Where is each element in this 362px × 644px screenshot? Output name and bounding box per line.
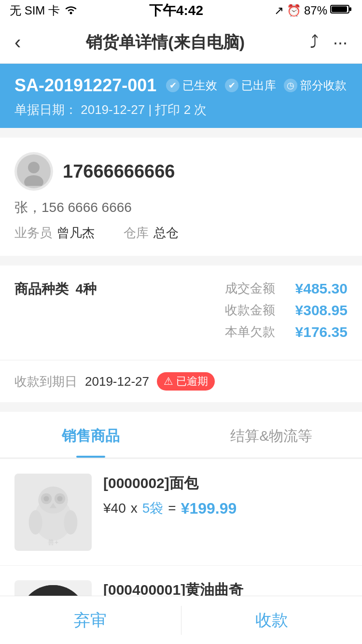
print-count: 2 <box>184 102 191 117</box>
print-suffix: 次 <box>194 102 207 117</box>
warehouse-label: 仓库 <box>124 224 149 241</box>
badge-effective-label: 已生效 <box>182 78 217 93</box>
alarm-icon: ⏰ <box>287 4 301 17</box>
svg-point-11 <box>57 496 62 501</box>
avatar-inner <box>17 154 51 188</box>
amount-value: ¥485.30 <box>285 280 348 297</box>
svg-point-10 <box>43 496 49 501</box>
agent-label: 业务员 <box>14 224 52 241</box>
svg-text:兽+: 兽+ <box>48 538 58 546</box>
amount-label: 成交金额 <box>225 280 275 297</box>
product-types: 商品种类 4种 <box>14 280 97 298</box>
battery-icon <box>330 4 352 17</box>
types-value: 4种 <box>75 281 97 296</box>
sim-status: 无 SIM 卡 <box>10 3 60 18</box>
tab-sales[interactable]: 销售商品 <box>0 412 181 458</box>
product-item: 兽+ [0000002]面包 ¥40 x 5袋 = ¥199.99 <box>0 459 362 566</box>
debt-value: ¥176.35 <box>285 324 348 340</box>
debt-label: 本单欠款 <box>225 323 275 340</box>
status-bar: 无 SIM 卡 下午4:42 ↗ ⏰ 87% <box>0 0 362 21</box>
warehouse-value: 总仓 <box>153 224 179 241</box>
badge-partial: ◷ 部分收款 <box>284 78 347 93</box>
price-total-bread: ¥199.99 <box>181 500 237 518</box>
badge-partial-label: 部分收款 <box>300 78 347 93</box>
summary-left: 商品种类 4种 <box>14 280 97 298</box>
svg-point-0 <box>70 12 72 14</box>
cancel-button[interactable]: 弃审 <box>0 596 181 644</box>
customer-id: 17666666666 <box>63 161 175 182</box>
overdue-label: 已逾期 <box>176 374 208 389</box>
amount-row: 成交金额 ¥485.30 <box>225 280 348 297</box>
svg-point-5 <box>24 175 43 186</box>
check-icon-shipped: ✔ <box>225 79 238 92</box>
share-icon[interactable]: ⤴ <box>310 32 319 53</box>
warning-icon: ⚠ <box>164 375 173 388</box>
svg-point-14 <box>64 510 77 534</box>
nav-actions: ⤴ ··· <box>310 32 348 53</box>
banner-date-row: 单据日期： 2019-12-27 | 打印 2 次 <box>14 101 348 118</box>
clock-icon: ◷ <box>284 79 297 92</box>
header-banner: SA-20191227-001 ✔ 已生效 ✔ 已出库 ◷ 部分收款 单据日期：… <box>0 64 362 128</box>
tab-settlement-label: 结算&物流等 <box>230 428 312 444</box>
badge-shipped-label: 已出库 <box>241 78 276 93</box>
status-time: 下午4:42 <box>149 1 203 20</box>
customer-phone: 张，156 6666 6666 <box>14 198 348 217</box>
avatar <box>14 152 53 191</box>
svg-point-4 <box>28 162 40 173</box>
badge-shipped: ✔ 已出库 <box>225 78 276 93</box>
summary-right: 成交金额 ¥485.30 收款金额 ¥308.95 本单欠款 ¥176.35 <box>225 280 348 345</box>
wifi-icon <box>64 4 78 17</box>
back-button[interactable]: ‹ <box>14 31 21 53</box>
due-label: 收款到期日 <box>14 373 77 390</box>
customer-section: 17666666666 张，156 6666 6666 业务员 曾凡杰 仓库 总… <box>0 138 362 256</box>
print-label: | 打印 <box>148 102 180 117</box>
product-info-bread: [0000002]面包 ¥40 x 5袋 = ¥199.99 <box>103 474 348 518</box>
svg-rect-3 <box>332 6 347 12</box>
customer-row: 17666666666 <box>14 152 348 191</box>
tab-sales-label: 销售商品 <box>62 428 120 444</box>
types-label: 商品种类 <box>14 281 69 296</box>
product-name-bread: [0000002]面包 <box>103 474 348 493</box>
agent-item: 业务员 曾凡杰 <box>14 224 95 241</box>
date-label: 单据日期： <box>14 102 77 117</box>
product-image-bread: 兽+ <box>14 474 92 551</box>
product-price-bread: ¥40 x 5袋 = ¥199.99 <box>103 499 348 518</box>
received-value: ¥308.95 <box>285 302 348 319</box>
price-x-bread: x <box>131 501 138 516</box>
svg-rect-2 <box>349 7 351 11</box>
battery-level: 87% <box>304 4 327 17</box>
banner-row1: SA-20191227-001 ✔ 已生效 ✔ 已出库 ◷ 部分收款 <box>14 75 348 96</box>
price-base-bread: ¥40 <box>103 501 126 516</box>
tabs-section: 销售商品 结算&物流等 <box>0 412 362 458</box>
overdue-badge: ⚠ 已逾期 <box>157 372 215 391</box>
nav-bar: ‹ 销货单详情(来自电脑) ⤴ ··· <box>0 21 362 64</box>
confirm-button[interactable]: 收款 <box>181 596 362 644</box>
debt-row: 本单欠款 ¥176.35 <box>225 323 348 340</box>
price-qty-bread: 5袋 <box>142 499 164 518</box>
received-row: 收款金额 ¥308.95 <box>225 302 348 319</box>
badge-effective: ✔ 已生效 <box>166 78 217 93</box>
received-label: 收款金额 <box>225 302 275 319</box>
due-date: 2019-12-27 <box>85 374 149 389</box>
price-eq-bread: = <box>168 501 176 516</box>
status-badges: ✔ 已生效 ✔ 已出库 ◷ 部分收款 <box>166 78 347 93</box>
svg-point-13 <box>29 510 42 534</box>
status-left: 无 SIM 卡 <box>10 3 78 18</box>
page-title: 销货单详情(来自电脑) <box>86 31 245 54</box>
agent-value: 曾凡杰 <box>57 224 95 241</box>
date-value: 2019-12-27 <box>81 102 145 117</box>
bottom-bar: 弃审 收款 <box>0 596 362 644</box>
check-icon-effective: ✔ <box>166 79 180 92</box>
status-right: ↗ ⏰ 87% <box>274 4 352 17</box>
customer-meta: 业务员 曾凡杰 仓库 总仓 <box>14 224 348 241</box>
due-section: 收款到期日 2019-12-27 ⚠ 已逾期 <box>0 361 362 402</box>
location-icon: ↗ <box>274 4 284 17</box>
summary-section: 商品种类 4种 成交金额 ¥485.30 收款金额 ¥308.95 本单欠款 ¥… <box>0 266 362 360</box>
more-icon[interactable]: ··· <box>333 32 348 53</box>
tab-settlement[interactable]: 结算&物流等 <box>181 412 362 458</box>
warehouse-item: 仓库 总仓 <box>124 224 179 241</box>
order-number: SA-20191227-001 <box>14 75 156 96</box>
